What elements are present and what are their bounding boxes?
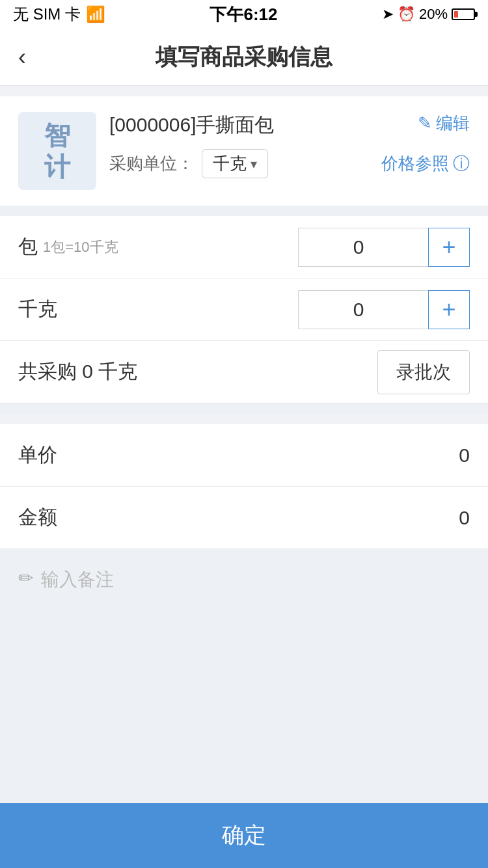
input-section: 包 1包=10千克 + 千克 + <box>0 216 488 341</box>
confirm-label: 确定 <box>222 821 266 850</box>
back-button[interactable]: ‹ <box>18 44 26 71</box>
bag-input-row: 包 1包=10千克 + <box>0 216 488 278</box>
chevron-down-icon: ▾ <box>251 156 257 172</box>
status-time: 下午6:12 <box>210 3 277 26</box>
remark-icon: ✏ <box>18 567 33 589</box>
kg-input-wrap: + <box>298 290 470 329</box>
kg-input-row: 千克 + <box>0 278 488 341</box>
bag-input-wrap: + <box>298 228 470 267</box>
section-divider-1 <box>0 206 488 216</box>
product-image: 智 计 <box>18 112 96 190</box>
section-divider-2 <box>0 403 488 414</box>
page-title: 填写商品采购信息 <box>156 42 332 72</box>
unit-select[interactable]: 千克 ▾ <box>202 149 268 178</box>
edit-icon: ✎ <box>418 113 432 133</box>
edit-button[interactable]: ✎ 编辑 <box>418 112 470 135</box>
bag-sublabel: 1包=10千克 <box>43 237 118 257</box>
amount-value: 0 <box>459 507 470 529</box>
status-right: ➤ ⏰ 20% <box>382 6 475 23</box>
kg-label: 千克 <box>18 296 57 323</box>
no-sim-label: 无 SIM 卡 <box>13 4 81 25</box>
amount-row: 金额 0 <box>0 487 488 549</box>
product-card: 智 计 [0000006]手撕面包 采购单位： 千克 ▾ 价格参照 ⓘ ✎ 编辑 <box>0 96 488 206</box>
kg-plus-button[interactable]: + <box>428 290 470 329</box>
product-info: [0000006]手撕面包 采购单位： 千克 ▾ 价格参照 ⓘ <box>109 112 470 178</box>
total-text: 共采购 0 千克 <box>18 359 137 385</box>
wifi-icon: 📶 <box>86 5 105 23</box>
unit-price-label: 单价 <box>18 442 57 468</box>
bag-label: 包 <box>18 234 38 260</box>
remark-input[interactable]: 输入备注 <box>41 567 114 592</box>
bag-input[interactable] <box>298 228 428 267</box>
alarm-icon: ⏰ <box>398 6 415 23</box>
price-ref-button[interactable]: 价格参照 ⓘ <box>381 152 470 175</box>
kg-input[interactable] <box>298 290 428 329</box>
record-batch-button[interactable]: 录批次 <box>377 350 470 394</box>
product-logo: 智 计 <box>44 120 70 182</box>
info-icon: ⓘ <box>453 152 470 175</box>
status-bar: 无 SIM 卡 📶 下午6:12 ➤ ⏰ 20% <box>0 0 488 29</box>
product-name: [0000006]手撕面包 <box>109 112 470 139</box>
product-unit-row: 采购单位： 千克 ▾ 价格参照 ⓘ <box>109 149 470 178</box>
unit-label: 采购单位： <box>109 152 194 175</box>
location-icon: ➤ <box>382 6 394 23</box>
edit-label: 编辑 <box>436 112 470 135</box>
status-left: 无 SIM 卡 📶 <box>13 4 105 25</box>
amount-label: 金额 <box>18 504 57 531</box>
bag-plus-button[interactable]: + <box>428 228 470 267</box>
battery-percent: 20% <box>419 6 448 23</box>
unit-price-row: 单价 0 <box>0 424 488 487</box>
battery-fill <box>454 11 458 18</box>
unit-price-value: 0 <box>459 444 470 467</box>
nav-bar: ‹ 填写商品采购信息 <box>0 29 488 86</box>
battery-icon <box>452 8 475 20</box>
unit-value: 千克 <box>213 152 247 175</box>
price-section: 单价 0 金额 0 <box>0 424 488 549</box>
remark-section[interactable]: ✏ 输入备注 <box>0 549 488 627</box>
confirm-button[interactable]: 确定 <box>0 803 488 868</box>
price-ref-label: 价格参照 <box>381 152 449 175</box>
total-row: 共采购 0 千克 录批次 <box>0 341 488 403</box>
